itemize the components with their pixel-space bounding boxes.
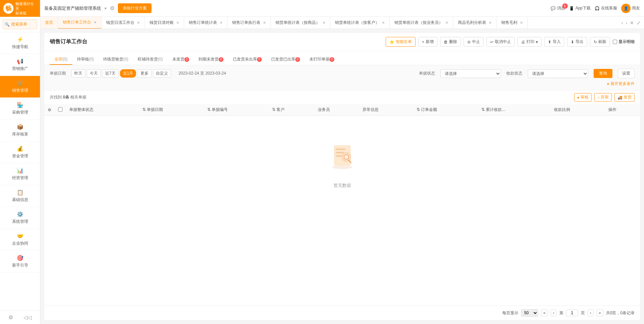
nav-label-cooperation: 企业协同 — [12, 241, 28, 246]
cancel-stop-button[interactable]: ↩ 取消中止 — [486, 37, 515, 47]
tab-cash-daily[interactable]: 钱货日清工作台✕ — [101, 17, 145, 29]
subtab-overdue-not-shipped[interactable]: 到期未发货0 — [194, 54, 228, 65]
expand-filter-button[interactable]: ▾ 展开更多条件 — [607, 81, 635, 87]
payment-select[interactable]: 请选择 — [528, 69, 588, 78]
show-detail-input[interactable] — [613, 40, 617, 44]
sidebar-item-basic-info[interactable]: 📋基础信息 — [0, 185, 40, 207]
tab-close-sales-order-exec[interactable]: ✕ — [263, 21, 266, 25]
tab-sales-stat-staff[interactable]: 销货单统计表（按业务员）✕ — [390, 17, 453, 29]
page-header: 销售订单工作台 ⭐ 智能生单 + 新增 🗑 删除 ⊘ 中止 ↩ 取消中止 🖨 打… — [44, 33, 640, 51]
sidebar-item-purchase[interactable]: 🏪采购管理 — [0, 98, 40, 120]
system-dropdown-icon[interactable]: ▾ — [104, 6, 106, 11]
subtab-all[interactable]: 全部(0) — [50, 54, 72, 65]
tab-close-sales-stat-customer[interactable]: ✕ — [382, 21, 385, 25]
tab-sales-order[interactable]: 销售订单工作台✕ — [58, 17, 101, 29]
export-button[interactable]: ⬇ 导出 — [567, 37, 587, 47]
search-menu-button[interactable]: 🔍 搜索菜单 — [3, 19, 37, 29]
select-all-checkbox[interactable] — [58, 107, 62, 112]
subtab-pending-review[interactable]: 待审核(0) — [72, 54, 99, 65]
new-button[interactable]: + 新增 — [418, 37, 437, 47]
tab-close-cash-reconcile[interactable]: ✕ — [176, 21, 179, 25]
tab-sales-stat-customer[interactable]: 销货单统计表（按客户）✕ — [330, 17, 390, 29]
subtab-not-shipped[interactable]: 未发货0 — [168, 54, 194, 65]
date-btn-custom[interactable]: 自定义 — [153, 69, 171, 78]
tab-sales-order-exec[interactable]: 销售订单执行表✕ — [227, 17, 271, 29]
tab-sales-profit[interactable]: 销售毛利✕ — [497, 17, 528, 29]
stop-button[interactable]: ⊘ 中止 — [464, 37, 484, 47]
tab-close-sales-order-stat[interactable]: ✕ — [220, 21, 222, 25]
sort-icon[interactable]: ⇅ — [142, 107, 146, 112]
tab-product-margin[interactable]: 商品毛利分析表✕ — [453, 17, 497, 29]
tab-close-sales-profit[interactable]: ✕ — [520, 21, 523, 25]
sidebar-item-cooperation[interactable]: 🤝企业协同 — [0, 229, 40, 251]
topbar-settings-icon[interactable]: ⚙ — [110, 5, 115, 11]
setup-button[interactable]: 设置 — [618, 69, 635, 78]
date-btn-1month[interactable]: 近1月 — [120, 69, 136, 78]
online-service-button[interactable]: 🎧 在线客服 — [595, 5, 617, 11]
date-btn-today[interactable]: 今天 — [87, 69, 101, 78]
delete-button[interactable]: 🗑 删除 — [440, 37, 461, 47]
sidebar-search[interactable]: 🔍 搜索菜单 — [0, 17, 40, 32]
tab-close-product-margin[interactable]: ✕ — [489, 21, 491, 25]
tab-label-cash-reconcile: 钱货日清对账 — [149, 20, 174, 26]
subtab-shipped-not-out[interactable]: 已发货未出库0 — [228, 54, 266, 65]
subtab-wangpu-pending[interactable]: 旺铺待发货(0) — [133, 54, 168, 65]
col-checkbox[interactable] — [55, 104, 66, 116]
collapse-icon[interactable]: ◁◁ — [24, 314, 32, 321]
sidebar-item-inventory[interactable]: 📦库存核算 — [0, 120, 40, 141]
search-icon: 🔍 — [5, 22, 10, 27]
subtab-not-printed[interactable]: 未打印单据0 — [305, 54, 339, 65]
query-button[interactable]: 查询 — [594, 69, 612, 78]
refresh-button[interactable]: ↻ 刷新 — [590, 37, 610, 47]
date-btn-yesterday[interactable]: 昨天 — [71, 69, 85, 78]
app-download-button[interactable]: 📱 App下载 — [569, 5, 591, 11]
subtab-shipped-out[interactable]: 已发货已出库0 — [266, 54, 305, 65]
print-button[interactable]: 🖨 打印 ▾ — [517, 37, 542, 47]
sidebar-item-operations[interactable]: 📊经营管理 — [0, 163, 40, 185]
sort-icon[interactable]: ⇅ — [481, 107, 485, 112]
smart-order-button[interactable]: ⭐ 智能生单 — [386, 37, 416, 47]
settings-icon[interactable]: ⚙ — [8, 314, 13, 321]
subtab-pending-check[interactable]: 待拣货验货(0) — [98, 54, 133, 65]
tab-cash-reconcile[interactable]: 钱货日清对账✕ — [145, 17, 184, 29]
per-page-select[interactable]: 102050100 — [521, 309, 538, 317]
message-button[interactable]: 💬 消息 6 — [551, 5, 565, 11]
tab-scroll-right[interactable]: › — [625, 19, 628, 26]
show-detail-checkbox[interactable]: 显示明细 — [613, 39, 635, 45]
col-settings[interactable]: ⚙ — [44, 104, 55, 116]
tab-sales-stat-product[interactable]: 销货单统计表（按商品）✕ — [271, 17, 330, 29]
sort-icon[interactable]: ⇅ — [207, 107, 211, 112]
tab-close-cash-daily[interactable]: ✕ — [137, 21, 140, 25]
review-action-button[interactable]: ● 审核 — [574, 93, 592, 102]
tab-home[interactable]: 首页 — [40, 17, 58, 29]
prev-page-button[interactable]: ‹ — [551, 310, 557, 316]
solution-button[interactable]: 体验行业方案 — [118, 3, 152, 13]
status-select[interactable]: 请选择 — [440, 69, 501, 78]
tab-maximize[interactable]: ⤢ — [636, 19, 641, 26]
sort-icon[interactable]: ⇅ — [417, 107, 420, 112]
import-button[interactable]: ⬆ 导入 — [544, 37, 564, 47]
sidebar-item-sales[interactable]: 🛒销售管理 — [0, 76, 40, 98]
tab-close-sales-order[interactable]: ✕ — [94, 21, 96, 24]
tab-close-sales-stat-product[interactable]: ✕ — [323, 21, 325, 25]
sidebar-item-quick-nav[interactable]: ⚡快捷导航 — [0, 32, 40, 54]
sidebar-item-system[interactable]: ⚙️系统管理 — [0, 207, 40, 229]
date-btn-more[interactable]: 更多 — [137, 69, 152, 78]
sidebar-item-guide[interactable]: 🎯新手引导 — [0, 251, 40, 273]
tab-sales-order-stat[interactable]: 销售订单统计表✕ — [184, 17, 227, 29]
date-btn-7days[interactable]: 近7天 — [102, 69, 119, 78]
tab-scroll-left[interactable]: ‹ — [621, 19, 624, 26]
sort-icon[interactable]: ⇅ — [272, 107, 275, 112]
sidebar-item-finance[interactable]: 💰资金管理 — [0, 141, 40, 163]
tab-close-sales-stat-staff[interactable]: ✕ — [445, 21, 448, 25]
sidebar-item-marketing[interactable]: 📢营销推广 — [0, 54, 40, 76]
first-page-button[interactable]: « — [541, 310, 548, 316]
last-page-button[interactable]: » — [596, 310, 603, 316]
tab-label-sales-order: 销售订单工作台 — [63, 19, 91, 25]
ship-action-button[interactable]: 🚚 发货 — [614, 93, 635, 102]
user-menu[interactable]: 👤 用友 — [621, 4, 640, 13]
next-page-button[interactable]: › — [588, 310, 594, 316]
unreviewed-action-button[interactable]: ○ 弃审 — [594, 93, 612, 102]
tab-close-all[interactable]: ✕ — [629, 19, 635, 26]
page-input[interactable] — [566, 310, 578, 316]
